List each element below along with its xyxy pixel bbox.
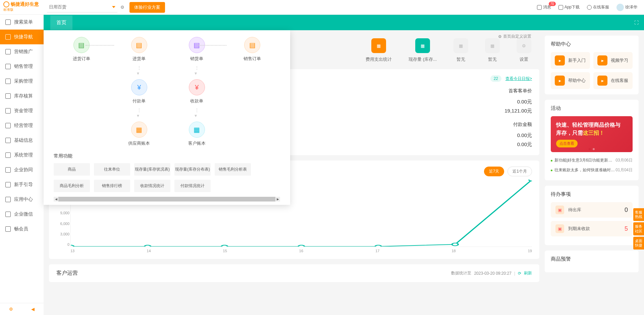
float-hotline[interactable]: 客服热线 bbox=[633, 208, 644, 221]
svg-point-2 bbox=[221, 245, 227, 246]
func-btn-2[interactable]: 现存量(库存状况表) bbox=[134, 163, 170, 176]
flow-payment-bill[interactable]: ¥ 付款单 bbox=[131, 79, 147, 104]
sidebar-item-7[interactable]: 经营管理 bbox=[0, 118, 44, 133]
help-item-0[interactable]: ▸新手入门 bbox=[551, 52, 590, 69]
chart-tab-1m[interactable]: 近1个月 bbox=[507, 167, 532, 176]
promo-banner[interactable]: 快速、轻松管理商品价格与 库存，只需这三招！ 点击查看 bbox=[551, 116, 633, 152]
fullscreen-icon[interactable]: ⛶ bbox=[634, 20, 639, 25]
app-download-link[interactable]: App下载 bbox=[558, 4, 580, 10]
sidebar-item-9[interactable]: 系统管理 bbox=[0, 148, 44, 163]
promo-cta[interactable]: 点击查看 bbox=[556, 140, 578, 147]
flow-customer-ledger[interactable]: ▦ 客户账本 bbox=[188, 122, 206, 146]
flow-purchase-bill[interactable]: ▤ 进货单 bbox=[131, 37, 147, 62]
sidebar-item-0[interactable]: 搜索菜单 bbox=[0, 15, 44, 30]
scroll-left-icon[interactable]: ◀ bbox=[54, 197, 58, 201]
menu-icon bbox=[5, 64, 11, 69]
sidebar-item-12[interactable]: 应用中心 bbox=[0, 192, 44, 207]
menu-icon bbox=[5, 197, 11, 202]
headset-icon bbox=[587, 5, 592, 10]
sidebar: 搜索菜单快捷导航营销推广销售管理采购管理库存核算资金管理经营管理基础信息系统管理… bbox=[0, 15, 44, 315]
refresh-icon: ⟳ bbox=[518, 271, 521, 276]
shortcut-icon: ▦ bbox=[453, 38, 468, 53]
purchase-bill-icon: ▤ bbox=[131, 37, 147, 53]
top-bar: 畅捷通好生意 标准版 日用百货 ⚙ 体验行业方案 消息 70 App下载 在线客… bbox=[0, 0, 644, 15]
func-btn-1[interactable]: 往来单位 bbox=[94, 163, 130, 176]
sidebar-item-4[interactable]: 采购管理 bbox=[0, 74, 44, 89]
menu-icon bbox=[5, 167, 11, 173]
todo-item-0[interactable]: ▣待出库0 bbox=[551, 202, 633, 218]
scroll-right-icon[interactable]: ▶ bbox=[275, 197, 280, 201]
todo-item-1[interactable]: ▣到期未收款5 bbox=[551, 221, 633, 236]
shortcut-4[interactable]: ⚙设置 bbox=[517, 38, 531, 62]
shortcut-0[interactable]: ▦费用支出统计 bbox=[366, 38, 392, 62]
user-menu[interactable]: 徐泽华 bbox=[616, 4, 637, 11]
sidebar-item-8[interactable]: 基础信息 bbox=[0, 133, 44, 148]
sidebar-item-3[interactable]: 销售管理 bbox=[0, 59, 44, 74]
sidebar-item-10[interactable]: 企业协同 bbox=[0, 163, 44, 177]
sidebar-collapse-icon[interactable]: ◀ bbox=[22, 303, 44, 315]
float-community[interactable]: 服务社区 bbox=[633, 222, 644, 235]
help-icon: ▸ bbox=[555, 76, 565, 86]
func-btn-5[interactable]: 商品毛利分析 bbox=[54, 180, 90, 192]
scroll-thumb[interactable] bbox=[58, 197, 275, 201]
flow-receipt-bill[interactable]: ¥ 收款单 bbox=[189, 79, 205, 104]
help-item-3[interactable]: ▸在线客服 bbox=[593, 72, 633, 89]
stats-timestamp: 2023-03-20 09:20:27 bbox=[474, 271, 511, 276]
shortcut-1[interactable]: ▦现存量 (库存... bbox=[409, 38, 437, 62]
chart-tab-7d[interactable]: 近7天 bbox=[484, 167, 504, 176]
tab-home[interactable]: 首页 bbox=[50, 15, 72, 30]
chevron-down-icon bbox=[112, 6, 115, 8]
func-btn-3[interactable]: 现存量(库存分布表) bbox=[174, 163, 211, 176]
category-label: 日用百货 bbox=[49, 4, 66, 10]
shortcut-icon: ▦ bbox=[371, 38, 386, 53]
shortcut-3[interactable]: ▦暂无 bbox=[485, 38, 500, 62]
sidebar-item-13[interactable]: 企业微信 bbox=[0, 207, 44, 222]
sidebar-item-11[interactable]: 新手引导 bbox=[0, 177, 44, 192]
sidebar-label: 搜索菜单 bbox=[14, 19, 33, 25]
help-item-2[interactable]: ▸帮助中心 bbox=[551, 72, 590, 89]
func-btn-4[interactable]: 销售毛利分析表 bbox=[215, 163, 251, 176]
menu-icon bbox=[5, 79, 11, 84]
menu-icon bbox=[5, 138, 11, 143]
sidebar-item-6[interactable]: 资金管理 bbox=[0, 103, 44, 118]
sidebar-settings-icon[interactable]: ⚙ bbox=[0, 303, 22, 315]
quick-nav-flyout: ▤ 进货订单 ▤ 进货单 ⋮▾ ¥ 付款单 ⋮▾ ▦ 供应商账本 ▤ 销货单 bbox=[44, 30, 290, 205]
news-item-0[interactable]: 新功能|好生意3月6日功能更新抢先知03月06日 bbox=[551, 155, 633, 165]
category-select[interactable]: 日用百货 bbox=[47, 2, 117, 12]
activity-title: 活动 bbox=[551, 105, 633, 111]
svg-point-5 bbox=[452, 243, 458, 246]
menu-icon bbox=[5, 226, 11, 232]
flow-supplier-ledger[interactable]: ▦ 供应商账本 bbox=[128, 122, 150, 146]
help-title: 帮助中心 bbox=[551, 41, 633, 47]
sidebar-item-5[interactable]: 库存核算 bbox=[0, 89, 44, 103]
top-right-nav: 消息 70 App下载 在线客服 徐泽华 bbox=[537, 4, 644, 11]
customize-home-link[interactable]: ⚙ 首页自定义设置 bbox=[498, 34, 531, 39]
daily-report-link[interactable]: 查看今日日报> bbox=[505, 76, 532, 82]
messages-link[interactable]: 消息 70 bbox=[537, 4, 551, 10]
flow-sales-order[interactable]: ▤ 销售订单 bbox=[244, 37, 261, 62]
sidebar-label: 企业微信 bbox=[14, 211, 33, 217]
menu-icon bbox=[5, 19, 11, 25]
flow-sales-bill[interactable]: ▤ 销货单 bbox=[189, 37, 205, 62]
arrow-down-icon: ⋮▾ bbox=[195, 65, 199, 76]
help-item-1[interactable]: ▸视频学习 bbox=[593, 52, 633, 69]
sidebar-item-2[interactable]: 营销推广 bbox=[0, 44, 44, 59]
func-btn-7[interactable]: 收款情况统计 bbox=[134, 180, 170, 192]
flyout-scrollbar[interactable]: ◀ ▶ bbox=[54, 197, 280, 201]
func-btn-6[interactable]: 销售排行榜 bbox=[94, 180, 130, 192]
news-item-1[interactable]: 往来账款太多，如何快速准确对账?01月04日 bbox=[551, 165, 633, 175]
menu-icon bbox=[5, 212, 11, 217]
refresh-link[interactable]: 刷新 bbox=[524, 270, 532, 276]
sidebar-item-1[interactable]: 快捷导航 bbox=[0, 30, 44, 44]
settings-icon[interactable]: ⚙ bbox=[117, 5, 127, 10]
online-service-link[interactable]: 在线客服 bbox=[587, 4, 609, 10]
float-desktop[interactable]: 桌面快捷 bbox=[633, 237, 644, 250]
func-btn-8[interactable]: 付款情况统计 bbox=[174, 180, 211, 192]
customer-ops-title: 客户运营 bbox=[56, 270, 78, 277]
func-btn-0[interactable]: 商品 bbox=[54, 163, 90, 176]
sidebar-footer: ⚙ ◀ bbox=[0, 303, 44, 315]
shortcut-2[interactable]: ▦暂无 bbox=[453, 38, 468, 62]
sidebar-item-14[interactable]: 畅会员 bbox=[0, 222, 44, 236]
flow-purchase-order[interactable]: ▤ 进货订单 bbox=[73, 37, 90, 62]
try-industry-button[interactable]: 体验行业方案 bbox=[129, 2, 165, 13]
